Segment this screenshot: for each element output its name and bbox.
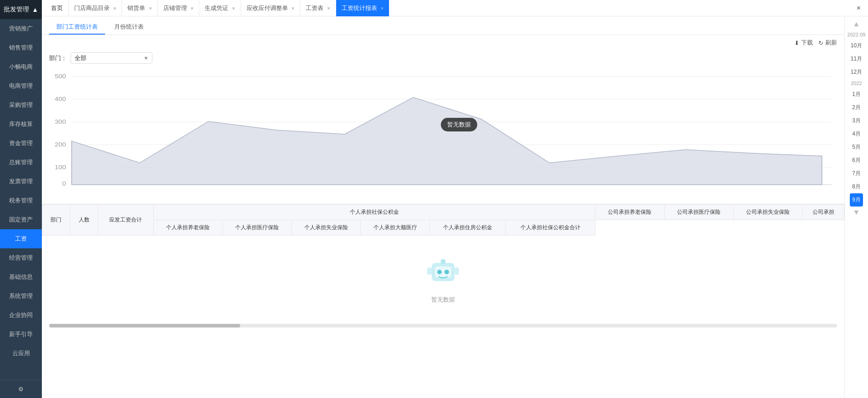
sidebar-title-text: 批发管理 [4,5,29,14]
col-personal-old-age: 个人承担养老保险 [153,220,222,236]
timeline-panel: ▲ 2022.09 10月11月12月20221月2月3月4月5月6月7月8月9… [844,16,868,398]
timeline-start-label: 2022.09 [847,30,867,39]
filter-label: 部门： [49,54,67,62]
timeline-item-11月[interactable]: 11月 [850,52,863,65]
sidebar-item-finance[interactable]: 资金管理 [0,134,42,153]
sidebar-item-salary[interactable]: 工资 [0,229,42,248]
svg-text:0: 0 [62,181,66,186]
gear-icon: ⚙ [18,386,24,393]
timeline-item-6月[interactable]: 6月 [850,154,863,167]
sidebar-item-ledger[interactable]: 总账管理 [0,153,42,172]
timeline-item-5月[interactable]: 5月 [850,141,863,154]
tab-voucher[interactable]: 生成凭证× [199,0,241,16]
col-dept: 部门 [42,205,70,236]
timeline-up-arrow[interactable]: ▲ [851,18,862,30]
timeline-item-1月[interactable]: 1月 [850,88,863,101]
col-total-wage: 应发工资合计 [98,205,153,236]
col-personal-major-medical: 个人承担大额医疗 [361,220,430,236]
empty-icon [425,254,461,290]
svg-rect-18 [427,267,432,275]
filter-row: 部门： 全部 ▼ [42,50,844,67]
refresh-button[interactable]: ↻ 刷新 [818,39,837,47]
timeline-item-12月[interactable]: 12月 [850,65,863,79]
timeline-item-7月[interactable]: 7月 [850,167,863,180]
refresh-label: 刷新 [825,39,837,47]
data-table: 部门 人数 应发工资合计 个人承担社保公积金 公司承担养老保险 公司承担医疗保险… [42,204,844,236]
sidebar-item-newbie[interactable]: 新手引导 [0,325,42,344]
tab-label-sales-order: 销货单 [127,4,145,12]
download-button[interactable]: ⬇ 下载 [794,39,813,47]
sidebar-item-marketing[interactable]: 营销推广 [0,19,42,38]
col-personal-unemployment: 个人承担失业保险 [292,220,361,236]
sidebar-collapse-icon: ▲ [32,6,38,13]
area-chart: 500 400 300 200 100 0 [49,71,837,189]
svg-rect-17 [441,259,445,264]
refresh-icon: ↻ [818,40,823,46]
timeline-item-10月[interactable]: 10月 [850,39,863,52]
sidebar-item-cloud[interactable]: 云应用 [0,344,42,363]
col-company-unemployment: 公司承担失业保险 [733,205,802,220]
tab-payroll[interactable]: 工资表× [300,0,336,16]
tab-close-store-catalog[interactable]: × [113,5,116,11]
empty-state: 暂无数据 [42,236,844,322]
tab-label-payroll: 工资表 [306,4,323,12]
sidebar-item-enterprise[interactable]: 企业协同 [0,306,42,325]
svg-text:300: 300 [55,119,66,125]
table-section[interactable]: 部门 人数 应发工资合计 个人承担社保公积金 公司承担养老保险 公司承担医疗保险… [42,204,844,398]
timeline-item-4月[interactable]: 4月 [850,127,863,141]
timeline-item-8月[interactable]: 8月 [850,180,863,193]
tab-bar: 首页门店商品目录×销货单×店铺管理×生成凭证×应收应付调整单×工资表×工资统计报… [42,0,868,16]
tab-close-receivable[interactable]: × [292,5,294,11]
sidebar: 批发管理 ▲ 营销推广销售管理小畅电商电商管理采购管理库存核算资金管理总账管理发… [0,0,42,398]
col-company-old-age: 公司承担养老保险 [595,205,664,220]
sidebar-settings[interactable]: ⚙ [0,380,42,398]
tab-close-store-mgmt[interactable]: × [191,5,193,11]
timeline-down-arrow[interactable]: ▼ [851,207,862,218]
sidebar-item-sales[interactable]: 销售管理 [0,38,42,57]
tab-monthly-stats[interactable]: 月份统计表 [107,20,151,35]
tab-close-payroll[interactable]: × [327,5,330,11]
tab-dept-stats[interactable]: 部门工资统计表 [49,20,105,35]
table-scrollbar-thumb[interactable] [49,324,240,327]
tab-store-mgmt[interactable]: 店铺管理× [158,0,199,16]
svg-rect-19 [454,267,459,275]
empty-text: 暂无数据 [431,296,455,304]
sidebar-item-tax[interactable]: 税务管理 [0,191,42,210]
sub-tabs: 部门工资统计表 月份统计表 [42,16,844,35]
tab-home[interactable]: 首页 [45,0,69,16]
sidebar-item-mini-ecom[interactable]: 小畅电商 [0,57,42,76]
svg-point-15 [437,270,442,274]
sidebar-item-system[interactable]: 系统管理 [0,287,42,306]
tab-close-sales-order[interactable]: × [149,5,151,11]
svg-text:500: 500 [55,73,66,79]
sidebar-item-basic[interactable]: 基础信息 [0,267,42,287]
sidebar-item-ecom-mgmt[interactable]: 电商管理 [0,76,42,96]
tab-store-catalog[interactable]: 门店商品目录× [69,0,122,16]
col-company-more: 公司承担 [802,205,844,220]
download-icon: ⬇ [794,40,799,46]
table-scrollbar[interactable] [49,324,837,327]
tab-payroll-report[interactable]: 工资统计报表× [336,0,389,16]
col-company-medical: 公司承担医疗保险 [664,205,733,220]
tab-close-voucher[interactable]: × [232,5,235,11]
tab-bar-close-button[interactable]: × [857,4,861,12]
timeline-year-label: 2022 [850,79,863,88]
tab-sales-order[interactable]: 销货单× [122,0,157,16]
col-personal-housing: 个人承担住房公积金 [429,220,505,236]
sidebar-item-invoice[interactable]: 发票管理 [0,172,42,191]
sidebar-item-operation[interactable]: 经营管理 [0,248,42,267]
dept-select[interactable]: 全部 [71,52,152,64]
timeline-item-2月[interactable]: 2月 [850,101,863,114]
tab-label-voucher: 生成凭证 [205,4,228,12]
svg-text:200: 200 [55,141,66,147]
tab-close-payroll-report[interactable]: × [381,5,384,11]
toolbar: ⬇ 下载 ↻ 刷新 [42,35,844,50]
sidebar-item-asset[interactable]: 固定资产 [0,210,42,229]
timeline-item-9月[interactable]: 9月 [850,193,863,207]
timeline-item-3月[interactable]: 3月 [850,114,863,127]
sidebar-item-purchase[interactable]: 采购管理 [0,96,42,115]
tab-receivable[interactable]: 应收应付调整单× [241,0,300,16]
col-headcount: 人数 [70,205,98,236]
sidebar-item-inventory[interactable]: 库存核算 [0,115,42,134]
sidebar-title[interactable]: 批发管理 ▲ [0,0,42,19]
